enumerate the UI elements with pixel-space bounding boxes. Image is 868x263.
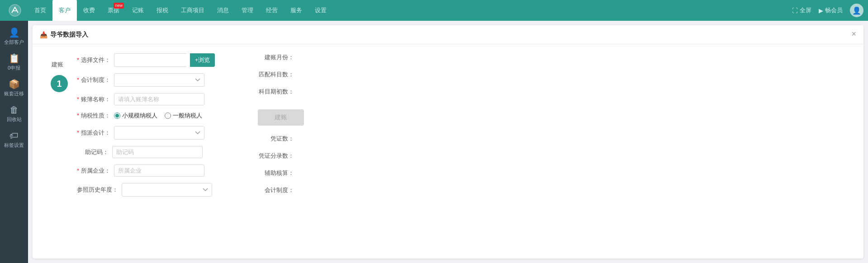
person-icon: 👤 bbox=[9, 28, 20, 37]
dialog-panel: 📥 导爷数据导入 × 建账 1 * 选择 bbox=[33, 25, 863, 258]
voucher-entries-label: 凭证分录数： bbox=[258, 152, 294, 160]
voucher-count-row: 凭证数： bbox=[258, 135, 366, 143]
user-avatar[interactable]: 👤 bbox=[850, 4, 863, 17]
general-taxpayer-option[interactable]: 一般纳税人 bbox=[165, 112, 202, 120]
ledger-name-label: * 账簿名称： bbox=[77, 95, 110, 103]
accounting-system-label: * 会计制度： bbox=[77, 76, 110, 84]
voucher-entries-row: 凭证分录数： bbox=[258, 152, 366, 160]
create-month-row: 建账月份： bbox=[258, 53, 366, 61]
nav-finance[interactable]: 经营 bbox=[260, 0, 284, 21]
sidebar-item-all-customers[interactable]: 👤 全部客户 bbox=[1, 24, 27, 48]
assign-accountant-row: * 指派会计： bbox=[77, 126, 231, 140]
sidebar-item-tag-settings[interactable]: 🏷 标签设置 bbox=[1, 127, 27, 151]
nav-service[interactable]: 服务 bbox=[284, 0, 308, 21]
nav-settings[interactable]: 设置 bbox=[308, 0, 333, 21]
sidebar-item-recycle[interactable]: 🗑 回收站 bbox=[1, 102, 27, 126]
sidebar-item-declaration[interactable]: 📋 0申报 bbox=[1, 50, 27, 74]
close-button[interactable]: × bbox=[851, 30, 856, 38]
ref-year-label: 参照历史年度： bbox=[77, 186, 118, 194]
small-taxpayer-option[interactable]: 小规模纳税人 bbox=[114, 112, 157, 120]
assign-accountant-select[interactable] bbox=[114, 126, 204, 140]
memo-code-input[interactable] bbox=[112, 146, 203, 158]
voucher-count-label: 凭证数： bbox=[258, 135, 294, 143]
nav-customer[interactable]: 客户 bbox=[52, 0, 77, 21]
company-input[interactable] bbox=[114, 164, 204, 177]
dialog-header: 📥 导爷数据导入 bbox=[33, 25, 863, 44]
left-sidebar: 👤 全部客户 📋 0申报 📦 账套迁移 🗑 回收站 🏷 标签设置 bbox=[0, 21, 28, 263]
small-taxpayer-radio[interactable] bbox=[114, 113, 120, 119]
accounting-system-row: * 会计制度： bbox=[77, 73, 231, 87]
nav-project[interactable]: 工商项目 bbox=[175, 0, 211, 21]
form-right-section: 建账月份： 匹配科目数： 科目期初数： 建账 凭证数： bbox=[258, 53, 366, 203]
nav-tax[interactable]: 报税 bbox=[150, 0, 175, 21]
memo-code-label: 助记码： bbox=[77, 148, 109, 156]
general-taxpayer-radio[interactable] bbox=[165, 113, 171, 119]
company-row: * 所属企业： bbox=[77, 164, 231, 177]
nav-invoice[interactable]: 票据 new bbox=[101, 0, 126, 21]
browse-button[interactable]: +浏览 bbox=[190, 53, 215, 67]
company-label: * 所属企业： bbox=[77, 167, 110, 175]
aux-accounting-label: 辅助核算： bbox=[258, 169, 294, 177]
assign-accountant-label: * 指派会计： bbox=[77, 129, 110, 137]
app-logo[interactable] bbox=[5, 0, 25, 21]
top-navigation: 首页 客户 收费 票据 new 记账 报税 工商项目 消息 管理 经营 服务 设… bbox=[0, 0, 868, 21]
tax-type-row: * 纳税性质： 小规模纳税人 一般纳税人 bbox=[77, 112, 231, 120]
subjects-init-label: 科目期初数： bbox=[258, 88, 294, 96]
form-left-section: 建账 1 * 选择文件： +浏览 bbox=[51, 53, 231, 203]
memo-code-row: 助记码： bbox=[77, 146, 231, 158]
nav-message[interactable]: 消息 bbox=[211, 0, 235, 21]
ref-year-select[interactable] bbox=[122, 183, 212, 197]
accounting-system-select[interactable] bbox=[114, 73, 204, 87]
migrate-icon: 📦 bbox=[9, 80, 20, 89]
ref-year-row: 参照历史年度： bbox=[77, 183, 231, 197]
match-subjects-label: 匹配科目数： bbox=[258, 70, 294, 79]
nav-fee[interactable]: 收费 bbox=[77, 0, 101, 21]
create-month-label: 建账月份： bbox=[258, 53, 294, 61]
file-row: * 选择文件： +浏览 bbox=[77, 53, 231, 67]
nav-manage[interactable]: 管理 bbox=[235, 0, 260, 21]
sidebar-item-account-migrate[interactable]: 📦 账套迁移 bbox=[1, 76, 27, 100]
file-input[interactable] bbox=[114, 53, 186, 67]
file-label: * 选择文件： bbox=[77, 56, 110, 64]
nav-ledger[interactable]: 记账 bbox=[126, 0, 150, 21]
declaration-icon: 📋 bbox=[9, 54, 20, 63]
trash-icon: 🗑 bbox=[9, 105, 19, 114]
tax-type-label: * 纳税性质： bbox=[77, 112, 110, 120]
create-account-button[interactable]: 建账 bbox=[258, 109, 304, 126]
tag-icon: 🏷 bbox=[9, 131, 19, 140]
nav-right-section: ⛶ 全屏 ▶ 畅会员 👤 bbox=[792, 4, 863, 17]
form-container: 建账 1 * 选择文件： +浏览 bbox=[33, 44, 863, 212]
tax-type-radio-group: 小规模纳税人 一般纳税人 bbox=[114, 112, 202, 120]
aux-accounting-row: 辅助核算： bbox=[258, 169, 366, 177]
subjects-init-row: 科目期初数： bbox=[258, 88, 366, 96]
step-circle: 1 bbox=[51, 75, 68, 92]
dialog-title: 导爷数据导入 bbox=[50, 31, 88, 39]
info-accounting-system-label: 会计制度： bbox=[258, 186, 294, 194]
step-label: 建账 bbox=[52, 61, 63, 69]
fullscreen-btn[interactable]: ⛶ 全屏 bbox=[792, 6, 811, 14]
match-subjects-row: 匹配科目数： bbox=[258, 70, 366, 79]
vip-btn[interactable]: ▶ 畅会员 bbox=[819, 6, 843, 14]
main-content: 📥 导爷数据导入 × 建账 1 * 选择 bbox=[28, 21, 868, 263]
nav-home[interactable]: 首页 bbox=[28, 0, 52, 21]
ledger-name-row: * 账簿名称： bbox=[77, 93, 231, 105]
form-fields: * 选择文件： +浏览 * 会计制度： bbox=[77, 53, 231, 197]
invoice-new-badge: new bbox=[114, 3, 124, 9]
ledger-name-input[interactable] bbox=[114, 93, 204, 105]
import-icon: 📥 bbox=[40, 31, 47, 38]
info-accounting-system-row: 会计制度： bbox=[258, 186, 366, 194]
